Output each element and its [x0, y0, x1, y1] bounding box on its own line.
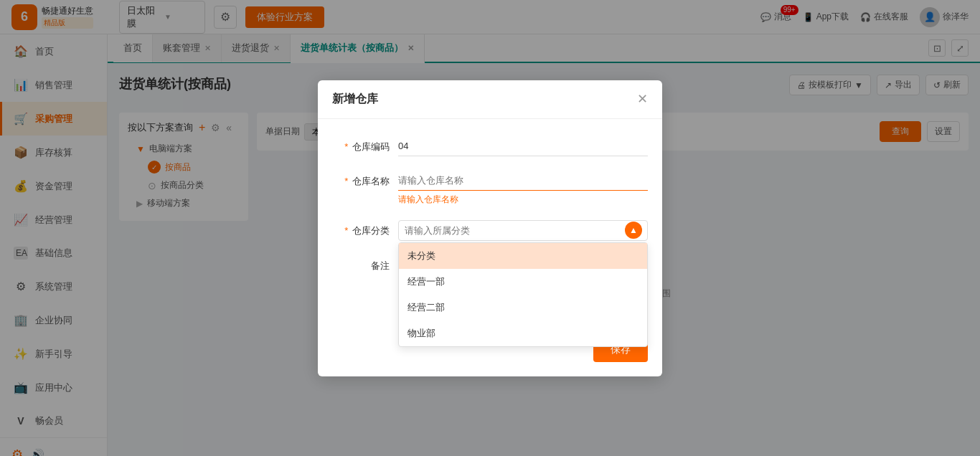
category-dropdown-toggle[interactable]: ▲ — [625, 222, 642, 239]
new-warehouse-modal: 新增仓库 ✕ * 仓库编码 * 仓库名称 — [318, 80, 662, 376]
name-error-message: 请输入仓库名称 — [398, 194, 648, 206]
modal-overlay: 新增仓库 ✕ * 仓库编码 * 仓库名称 — [0, 0, 980, 456]
modal-close-button[interactable]: ✕ — [637, 92, 648, 105]
warehouse-category-input[interactable] — [398, 220, 648, 241]
form-row-category: * 仓库分类 ▲ 未分类 经营一部 经营二部 物业部 — [332, 220, 648, 241]
dropdown-item-property[interactable]: 物业部 — [399, 320, 647, 346]
category-dropdown: 未分类 经营一部 经营二部 物业部 — [398, 242, 648, 347]
modal-title: 新增仓库 — [332, 92, 378, 107]
modal-header: 新增仓库 ✕ — [318, 80, 662, 119]
dropdown-item-uncategorized[interactable]: 未分类 — [399, 243, 647, 269]
dropdown-item-ops1[interactable]: 经营一部 — [399, 269, 647, 295]
form-row-code: * 仓库编码 — [332, 136, 648, 156]
dropdown-item-ops2[interactable]: 经营二部 — [399, 295, 647, 320]
warehouse-name-input[interactable] — [398, 171, 648, 191]
warehouse-code-input[interactable] — [398, 136, 648, 156]
form-row-name: * 仓库名称 请输入仓库名称 — [332, 171, 648, 206]
modal-body: * 仓库编码 * 仓库名称 请输入仓库名称 — [318, 119, 662, 329]
